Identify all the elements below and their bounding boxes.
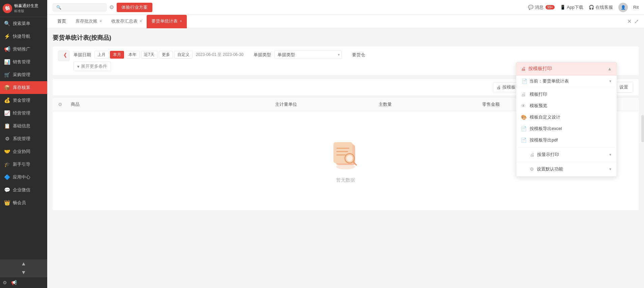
newcomer-icon: 🎓 [4, 161, 10, 167]
date-btn-7-days[interactable]: 近7天 [141, 51, 157, 59]
template-design-item-icon: 🎨 [521, 115, 527, 120]
online-service-btn[interactable]: 🎧 在线客服 [589, 4, 613, 10]
message-btn[interactable]: 💬 消息 99+ [528, 4, 555, 10]
main-area: 🔍 ⚙ 体验行业方案 💬 消息 99+ 📱 App下载 🎧 在线客服 👤 Rit [47, 0, 644, 288]
column-settings-icon[interactable]: ⚙ [58, 102, 62, 107]
print-dropdown-icon: 🖨 [521, 66, 526, 71]
sidebar-item-enterprise-wechat[interactable]: 💬 企业微信 [0, 184, 47, 196]
date-btn-this-month[interactable]: 本月 [110, 51, 124, 59]
order-type-select-wrap: 单据类型 [274, 51, 342, 59]
message-icon: 💬 [528, 5, 533, 10]
sidebar-item-purchase[interactable]: 🛒 采购管理 [0, 68, 47, 81]
app-logo: 畅 畅赢通好生意 标准版 [0, 0, 47, 17]
settings-bottom-icon[interactable]: ⚙ [3, 280, 7, 285]
dropdown-current-item[interactable]: 📄 当前：要货单统计表 ▾ [516, 75, 617, 87]
tab-order-summary[interactable]: 要货单统计表 × [147, 15, 187, 28]
current-item-arrow-icon: ▾ [609, 79, 611, 84]
dropdown-current-inner: 📄 当前：要货单统计表 [522, 78, 569, 84]
order-type-select[interactable]: 单据类型 [274, 51, 342, 59]
sidebar-item-system[interactable]: ⚙ 系统管理 [0, 132, 47, 145]
sidebar-bottom: ⚙ 📢 [0, 277, 47, 288]
tab-receipt-summary[interactable]: 收发存汇总表 × [107, 15, 147, 28]
sidebar-item-quick-nav[interactable]: ⚡ 快捷导航 [0, 30, 47, 43]
date-btn-this-year[interactable]: 本年 [125, 51, 140, 59]
tab-close-inventory-batch[interactable]: × [99, 19, 102, 24]
sidebar-item-inventory[interactable]: 📦 库存核算 [0, 81, 47, 94]
dropdown-item-export-excel[interactable]: 📄 按模板导出excel [516, 123, 617, 134]
set-default-arrow-icon: ▾ [609, 167, 611, 171]
date-range: 2023-06-01 至 2023-06-30 [196, 52, 243, 58]
tab-inventory-batch[interactable]: 库存批次账 × [71, 15, 107, 28]
tab-home[interactable]: 首页 [53, 15, 71, 28]
app-center-icon: 🔷 [4, 174, 10, 180]
sidebar-scroll-up[interactable]: ▲ [0, 259, 47, 268]
sidebar-item-app-center[interactable]: 🔷 应用中心 [0, 171, 47, 184]
order-type-label: 单据类型 [254, 52, 271, 58]
printer-icon: 🖨 [497, 85, 501, 90]
tab-close-order-summary[interactable]: × [180, 19, 182, 24]
inventory-icon: 📦 [4, 85, 10, 91]
empty-icon [329, 138, 362, 172]
print-dropdown-title-area: 🖨 按模板打印 [521, 66, 552, 72]
date-btn-custom[interactable]: 自定义 [174, 51, 193, 59]
user-name: Rit [633, 5, 639, 10]
scrollbar-edge[interactable] [641, 115, 644, 142]
sidebar-item-operations[interactable]: 📈 经营管理 [0, 107, 47, 120]
template-print-item-icon: 🖨 [521, 92, 526, 97]
topbar-right: 💬 消息 99+ 📱 App下载 🎧 在线客服 👤 Rit [528, 3, 639, 12]
display-print-arrow-icon: ▾ [609, 152, 611, 157]
settings-btn[interactable]: 设置 [614, 82, 633, 93]
logo-icon: 畅 [3, 4, 12, 13]
sidebar-item-marketing[interactable]: 📢 营销推广 [0, 43, 47, 56]
current-item-icon: 📄 [522, 78, 527, 84]
enterprise-wechat-icon: 💬 [4, 187, 10, 193]
expand-conditions-icon: ▾ [77, 64, 80, 69]
dropdown-collapse-btn[interactable]: ▲ [607, 66, 612, 71]
sidebar-item-finance[interactable]: 💰 资金管理 [0, 94, 47, 107]
member-icon: 👑 [4, 200, 10, 206]
print-dropdown-controls: ▲ [607, 66, 612, 71]
sidebar-item-enterprise[interactable]: 🤝 企业协同 [0, 145, 47, 158]
dropdown-section-print: 🖨 模板打印 👁 模板预览 🎨 模板自定义设计 📄 按模板导出excel 📄 [516, 87, 617, 148]
tabbar-right: ✕ ⤢ [627, 18, 639, 25]
user-avatar[interactable]: 👤 [618, 3, 628, 12]
page-content: 要货单统计表(按商品) 《 单据日期 上月 本月 本年 近7天 更多 自定义 [47, 28, 644, 288]
tabbar-close-all-btn[interactable]: ✕ [627, 18, 632, 25]
expand-conditions-btn[interactable]: ▾ 展开更多条件 [74, 62, 111, 71]
operations-icon: 📈 [4, 110, 10, 116]
sidebar-item-sales[interactable]: 📊 销售管理 [0, 56, 47, 68]
dropdown-section-defaults: ⚙ 设置默认功能 ▾ [516, 162, 617, 177]
sidebar-item-member[interactable]: 👑 畅会员 [0, 196, 47, 209]
dropdown-item-display-print[interactable]: 🖨 按显示打印 ▾ [516, 149, 617, 160]
set-default-icon: ⚙ [530, 166, 534, 172]
trial-btn[interactable]: 体验行业方案 [117, 3, 152, 12]
filter-expand-btn[interactable]: 《 [58, 51, 69, 61]
sidebar-item-newcomer[interactable]: 🎓 新手引导 [0, 158, 47, 171]
topbar-gear-icon[interactable]: ⚙ [109, 4, 114, 10]
dropdown-item-template-design[interactable]: 🎨 模板自定义设计 [516, 111, 617, 123]
dropdown-item-template-preview[interactable]: 👁 模板预览 [516, 100, 617, 111]
tab-close-receipt-summary[interactable]: × [140, 19, 142, 24]
dropdown-item-set-default[interactable]: ⚙ 设置默认功能 ▾ [516, 163, 617, 175]
display-print-icon: 🖨 [530, 152, 534, 157]
date-btn-last-month[interactable]: 上月 [94, 51, 109, 59]
dropdown-item-template-print[interactable]: 🖨 模板打印 [516, 89, 617, 100]
speaker-icon[interactable]: 📢 [11, 280, 17, 285]
tabbar-expand-btn[interactable]: ⤢ [634, 18, 639, 25]
app-name: 畅赢通好生意 标准版 [14, 3, 38, 13]
search-topbar-icon: 🔍 [56, 5, 61, 10]
app-download-btn[interactable]: 📱 App下载 [560, 4, 583, 10]
dropdown-item-export-pdf[interactable]: 📄 按模板导出pdf [516, 134, 617, 146]
sidebar: 畅 畅赢通好生意 标准版 🔍 搜索菜单 ⚡ 快捷导航 📢 营销推广 📊 销售管理… [0, 0, 47, 288]
topbar-left: 🔍 ⚙ 体验行业方案 [53, 3, 152, 12]
sidebar-item-search[interactable]: 🔍 搜索菜单 [0, 17, 47, 30]
page-title: 要货单统计表(按商品) [53, 34, 639, 42]
search-icon: 🔍 [4, 21, 10, 27]
sidebar-item-basics[interactable]: 📋 基础信息 [0, 120, 47, 132]
svg-point-8 [347, 155, 353, 161]
sidebar-scroll-down[interactable]: ▼ [0, 268, 47, 277]
date-btn-more[interactable]: 更多 [159, 51, 173, 59]
topbar-search-box[interactable]: 🔍 [53, 3, 107, 11]
dropdown-section-display: 🖨 按显示打印 ▾ [516, 148, 617, 162]
basics-icon: 📋 [4, 123, 10, 129]
